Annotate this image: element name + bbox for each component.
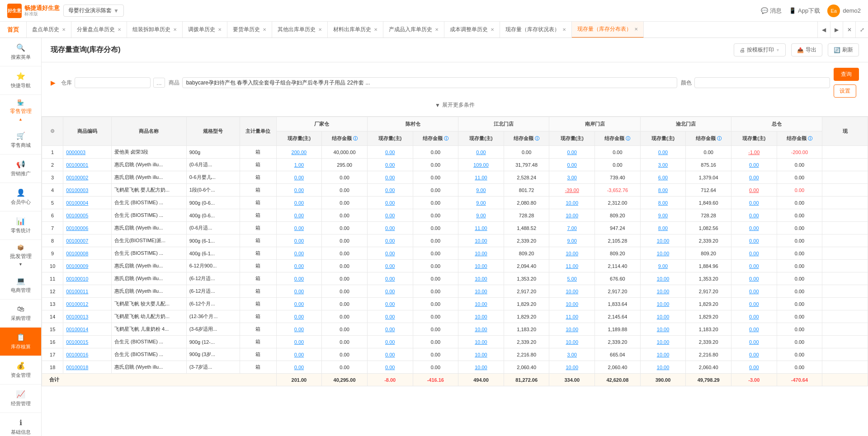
cell-total-qty[interactable]: 0.00 [731,298,777,310]
cell-jiangbei-qty[interactable]: 10.00 [458,298,504,310]
cell-code[interactable]: 0000003 [63,146,112,159]
tab-zuzhang[interactable]: 组装拆卸单历史 ✕ [127,22,183,38]
cell-yubei-qty[interactable]: 9.00 [640,260,686,272]
expand-more-btn[interactable]: ▼ 展开更多条件 [431,99,478,111]
close-icon[interactable]: ✕ [318,27,322,32]
industry-selector[interactable]: 母婴行业演示陈套 ▼ [63,5,124,17]
cell-nanan-qty[interactable]: 11.00 [549,310,595,323]
nav-home[interactable]: 首页 [0,22,27,38]
close-icon[interactable]: ✕ [173,27,177,32]
cell-jiangbei-qty[interactable]: 10.00 [458,285,504,298]
cell-chen-qty[interactable]: 0.00 [367,323,413,336]
cell-code[interactable]: 00100015 [63,336,112,348]
cell-total-qty[interactable]: 0.00 [731,234,777,247]
cell-code[interactable]: 00100004 [63,197,112,209]
cell-total-qty[interactable]: 0.00 [731,247,777,260]
cell-nanan-qty[interactable]: 10.00 [549,247,595,260]
cell-nanan-qty[interactable]: 10.00 [549,209,595,222]
cell-fac-qty[interactable]: 0.00 [276,234,322,247]
sidebar-item-mall[interactable]: 🛒 零售商城 [0,126,41,155]
cell-jiangbei-qty[interactable]: 10.00 [458,323,504,336]
cell-yubei-qty[interactable]: 0.00 [640,146,686,159]
cell-code[interactable]: 00100001 [63,159,112,171]
sidebar-item-nav[interactable]: ⭐ 快捷导航 [0,66,41,95]
cell-fac-qty[interactable]: 0.00 [276,260,322,272]
user-area[interactable]: Ea demo2 [827,5,861,17]
cell-nanan-qty[interactable]: 10.00 [549,298,595,310]
table-container[interactable]: ⚙ 商品编码 商品名称 规格型号 主计量单位 厂家仓 陈村仓 江北门店 南岸门店… [42,117,868,436]
cell-fac-qty[interactable]: 0.00 [276,348,322,361]
goods-input[interactable] [182,77,677,88]
sidebar-item-purchase[interactable]: 🛍 采购管理 [0,300,41,328]
cell-total-qty[interactable]: 0.00 [731,197,777,209]
sidebar-item-basic-info[interactable]: ℹ 基础信息 [0,413,41,436]
cell-total-qty[interactable]: 0.00 [731,272,777,285]
cell-chen-qty[interactable]: 0.00 [367,361,413,374]
sidebar-item-inventory[interactable]: 📋 库存核算 [0,328,41,356]
cell-fac-qty[interactable]: 0.00 [276,171,322,184]
cell-jiangbei-qty[interactable]: 10.00 [458,234,504,247]
tab-diaopo[interactable]: 调拨单历史 ✕ [183,22,227,38]
warehouse-input[interactable] [75,77,151,88]
warehouse-more-btn[interactable]: ... [153,78,165,88]
sidebar-item-member[interactable]: 👤 会员中心 [0,183,41,211]
cell-code[interactable]: 00100005 [63,209,112,222]
cell-nanan-qty[interactable]: 3.00 [549,348,595,361]
cell-jiangbei-qty[interactable]: 11.00 [458,171,504,184]
cell-nanan-qty[interactable]: 7.00 [549,222,595,234]
sidebar-item-finance[interactable]: 💰 资金管理 [0,356,41,384]
cell-yubei-qty[interactable]: 9.00 [640,209,686,222]
color-input[interactable] [694,77,830,88]
cell-nanan-qty[interactable]: 9.00 [549,234,595,247]
cell-chen-qty[interactable]: 0.00 [367,348,413,361]
cell-jiangbei-qty[interactable]: 9.00 [458,197,504,209]
sidebar-item-search[interactable]: 🔍 搜索英单 [0,38,41,66]
cell-total-qty[interactable]: 0.00 [731,171,777,184]
cell-yubei-qty[interactable]: 3.00 [640,159,686,171]
cell-total-qty[interactable]: 0.00 [731,348,777,361]
sidebar-item-business[interactable]: 📈 经营管理 [0,384,41,413]
cell-total-qty[interactable]: -1.00 [731,146,777,159]
cell-jiangbei-qty[interactable]: 10.00 [458,336,504,348]
tab-pandian[interactable]: 盘点单历史 ✕ [27,22,71,38]
app-download-btn[interactable]: 📱 App下载 [789,7,820,15]
cell-jiangbei-qty[interactable]: 10.00 [458,361,504,374]
expand-arrow-icon[interactable]: ▶ [51,79,56,86]
cell-yubei-qty[interactable]: 10.00 [640,336,686,348]
cell-code[interactable]: 00100013 [63,310,112,323]
cell-yubei-qty[interactable]: 10.00 [640,234,686,247]
cell-nanan-qty[interactable]: 10.00 [549,197,595,209]
sidebar-item-retail[interactable]: 🏪 零售管理 ▲ [0,95,41,126]
sidebar-item-wholesale[interactable]: 📦 批发管理 ▼ [0,240,41,271]
cell-code[interactable]: 00100016 [63,348,112,361]
close-icon[interactable]: ✕ [218,27,222,32]
cell-fac-qty[interactable]: 0.00 [276,323,322,336]
close-icon[interactable]: ✕ [634,27,638,32]
cell-code[interactable]: 00100003 [63,184,112,197]
cell-total-qty[interactable]: 0.00 [731,222,777,234]
cell-jiangbei-qty[interactable]: 10.00 [458,310,504,323]
close-icon[interactable]: ✕ [374,27,377,32]
cell-nanan-qty[interactable]: -39.00 [549,184,595,197]
cell-jiangbei-qty[interactable]: 9.00 [458,209,504,222]
cell-chen-qty[interactable]: 0.00 [367,184,413,197]
cell-yubei-qty[interactable]: 10.00 [640,272,686,285]
nav-prev-btn[interactable]: ◀ [817,22,830,38]
cell-code[interactable]: 00100002 [63,171,112,184]
cell-nanan-qty[interactable]: 10.00 [549,336,595,348]
nav-close-btn[interactable]: ✕ [843,22,855,38]
cell-code[interactable]: 00100006 [63,222,112,234]
cell-jiangbei-qty[interactable]: 9.00 [458,184,504,197]
cell-code[interactable]: 00100011 [63,285,112,298]
cell-yubei-qty[interactable]: 10.00 [640,298,686,310]
cell-yubei-qty[interactable]: 10.00 [640,310,686,323]
close-icon[interactable]: ✕ [62,27,66,32]
tab-chanchenru[interactable]: 产成品入库单历史 ✕ [383,22,444,38]
export-btn[interactable]: 📤 导出 [791,43,822,56]
cell-nanan-qty[interactable]: 0.00 [549,159,595,171]
cell-total-qty[interactable]: 0.00 [731,260,777,272]
cell-total-qty[interactable]: 0.00 [731,361,777,374]
cell-fac-qty[interactable]: 1.00 [276,159,322,171]
cell-chen-qty[interactable]: 0.00 [367,298,413,310]
cell-nanan-qty[interactable]: 10.00 [549,285,595,298]
